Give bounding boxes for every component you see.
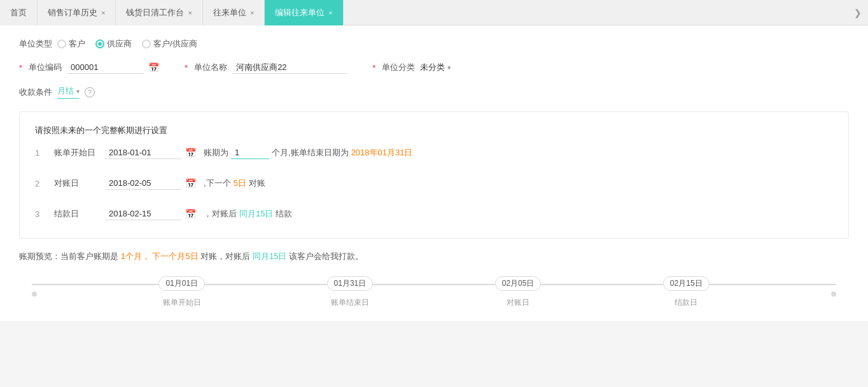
preview-end: 该客户会给我打款。 [289, 251, 363, 261]
row-1-num: 1 [35, 148, 54, 158]
radio-supplier-circle [95, 39, 104, 48]
unit-name-item: * 单位名称 [185, 61, 347, 74]
tl-date-1: 01月01日 [158, 276, 205, 291]
unit-type-row: 单位类型 客户 供应商 客户/供应商 [19, 38, 849, 50]
tab-edit-partner[interactable]: 编辑往来单位 × [265, 0, 343, 25]
date-row-3: 3 结款日 📅 ，对账后 同月15日 结款 [35, 208, 833, 220]
unit-name-label: 单位名称 [194, 62, 227, 73]
unit-code-item: * 单位编码 📅 [19, 61, 159, 74]
timeline-point-1: 01月01日 账单开始日 [158, 276, 205, 308]
timeline-points: 01月01日 账单开始日 01月31日 账单结束日 02月05日 对账日 02月… [32, 276, 836, 308]
payment-terms-arrow-icon: ▾ [76, 88, 80, 95]
preview-label: 账期预览：当前客户账期是 [19, 251, 118, 261]
unit-name-input[interactable] [232, 61, 347, 74]
preview-span1: 1个月， [121, 251, 150, 261]
unit-category-label: 单位分类 [382, 62, 415, 73]
row-1-desc: 账期为 个月,账单结束日期为 2018年01月31日 [204, 146, 412, 159]
row-1-desc-prefix: 账期为 [204, 147, 228, 158]
row-1-date-highlight: 2018年01月31日 [351, 147, 413, 158]
date-row-1: 1 账单开始日 📅 账期为 个月,账单结束日期为 2018年01月31日 [35, 146, 833, 159]
payment-terms-row: 收款条件 月结 ▾ ? [19, 85, 849, 99]
tl-label-2: 账单结束日 [331, 297, 369, 308]
row-2-calendar-icon[interactable]: 📅 [185, 178, 196, 188]
tab-partner-label: 往来单位 [213, 7, 246, 18]
radio-supplier[interactable]: 供应商 [95, 38, 132, 50]
tab-cash-work-label: 钱货日清工作台 [126, 7, 184, 18]
radio-customer-circle [57, 39, 66, 48]
radio-customer-label: 客户 [69, 38, 85, 50]
row-2-label: 对账日 [54, 178, 105, 189]
row-1-calendar-icon[interactable]: 📅 [185, 148, 196, 158]
row-2-desc-suffix: 对账 [249, 178, 265, 189]
timeline-point-2: 01月31日 账单结束日 [327, 276, 374, 308]
row-3-desc-prefix: ，对账后 [204, 208, 237, 220]
timeline-left-dot [32, 279, 37, 308]
row-3-num: 3 [35, 209, 54, 219]
period-input[interactable] [231, 146, 269, 159]
radio-supplier-label: 供应商 [107, 38, 132, 50]
row-1-label: 账单开始日 [54, 147, 105, 158]
tab-sales-history-label: 销售订单历史 [48, 7, 97, 18]
close-sales-history-icon[interactable]: × [101, 9, 105, 17]
radio-both[interactable]: 客户/供应商 [142, 38, 197, 50]
preview-span2: 下一个月5日 [152, 251, 198, 261]
payment-terms-select[interactable]: 月结 ▾ [57, 85, 80, 99]
radio-customer[interactable]: 客户 [57, 38, 85, 50]
row-2-num: 2 [35, 179, 54, 188]
unit-category-value: 未分类 [420, 62, 445, 73]
close-cash-work-icon[interactable]: × [188, 9, 192, 17]
timeline-end-dot [831, 292, 836, 297]
help-icon[interactable]: ? [85, 87, 95, 97]
unit-type-item: 单位类型 客户 供应商 客户/供应商 [19, 38, 197, 50]
tab-cash-work[interactable]: 钱货日清工作台 × [116, 0, 202, 25]
section-title: 请按照未来的一个完整帐期进行设置 [35, 125, 833, 136]
tab-edit-partner-label: 编辑往来单位 [275, 7, 325, 18]
tab-home[interactable]: 首页 [0, 0, 38, 25]
unit-type-radio-group: 客户 供应商 客户/供应商 [57, 38, 197, 50]
tab-home-label: 首页 [10, 7, 27, 18]
date-row-2: 2 对账日 📅 ,下一个 5日 对账 [35, 177, 833, 190]
radio-both-circle [142, 39, 151, 48]
unit-code-input[interactable] [67, 61, 143, 74]
row-3-date-input[interactable] [105, 208, 181, 220]
unit-code-star: * [19, 63, 22, 73]
preview-mid: 对账，对账后 [200, 251, 250, 261]
tabs-bar: 首页 销售订单历史 × 钱货日清工作台 × 往来单位 × 编辑往来单位 × ❯ [0, 0, 868, 25]
close-edit-partner-icon[interactable]: × [328, 9, 332, 17]
row-3-desc-suffix: 结款 [276, 208, 292, 220]
tl-label-1: 账单开始日 [163, 297, 201, 308]
timeline-point-4: 02月15日 结款日 [663, 276, 710, 308]
timeline-right-dot [831, 279, 836, 308]
tab-partner[interactable]: 往来单位 × [203, 0, 265, 25]
payment-terms-label: 收款条件 [19, 87, 52, 98]
tl-date-2: 01月31日 [327, 276, 374, 291]
tl-label-4: 结款日 [675, 297, 697, 308]
preview-text: 账期预览：当前客户账期是 1个月， 下一个月5日 对账，对账后 同月15日 该客… [19, 249, 849, 264]
row-2-date-input[interactable] [105, 177, 181, 190]
settings-section: 请按照未来的一个完整帐期进行设置 1 账单开始日 📅 账期为 个月,账单结束日期… [19, 111, 849, 239]
row-3-desc: ，对账后 同月15日 结款 [204, 208, 292, 220]
preview-span3: 同月15日 [253, 251, 286, 261]
row-1-date-input[interactable] [105, 146, 181, 159]
tl-date-4: 02月15日 [663, 276, 710, 291]
unit-category-select[interactable]: 未分类 ▾ [420, 62, 451, 73]
row-2-desc-prefix: ,下一个 [204, 178, 231, 189]
row-3-day-highlight: 同月15日 [239, 208, 273, 220]
timeline-start-dot [32, 292, 37, 297]
row-3-calendar-icon[interactable]: 📅 [185, 209, 196, 219]
unit-info-row: * 单位编码 📅 * 单位名称 * 单位分类 未分类 ▾ [19, 61, 849, 74]
unit-category-arrow-icon: ▾ [447, 64, 451, 72]
unit-name-star: * [185, 63, 188, 73]
tl-label-3: 对账日 [507, 297, 529, 308]
tab-sales-history[interactable]: 销售订单历史 × [38, 0, 116, 25]
row-2-day-highlight: 5日 [234, 178, 246, 189]
close-partner-icon[interactable]: × [250, 9, 254, 17]
payment-terms-item: 收款条件 月结 ▾ ? [19, 85, 95, 99]
tabs-right-arrow-icon[interactable]: ❯ [848, 8, 868, 18]
row-3-label: 结款日 [54, 208, 105, 220]
unit-category-star: * [372, 63, 375, 73]
unit-type-label: 单位类型 [19, 38, 52, 50]
unit-code-calendar-icon[interactable]: 📅 [148, 62, 159, 73]
unit-code-label: 单位编码 [29, 62, 62, 73]
row-2-desc: ,下一个 5日 对账 [204, 178, 265, 189]
